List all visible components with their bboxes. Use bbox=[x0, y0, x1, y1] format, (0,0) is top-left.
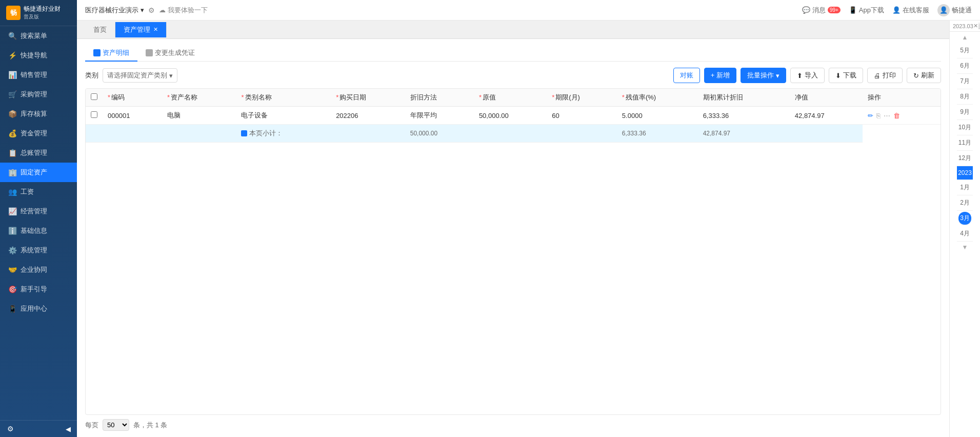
month-prev-7月[interactable]: 7月 bbox=[957, 74, 973, 89]
sidebar-bottom: ⚙ ◀ bbox=[0, 420, 77, 437]
sub-tabs: 资产明细 变更生成凭证 bbox=[85, 45, 941, 62]
sidebar-item-operations[interactable]: 📈 经营管理 bbox=[0, 202, 77, 221]
table-header-row: *编码 *资产名称 *类别名称 *购买日期 折旧方法 *原值 *期限(月) *残… bbox=[86, 89, 941, 107]
reconcile-btn[interactable]: 对账 bbox=[673, 68, 700, 83]
right-panel-expand-icon[interactable]: ⬜ bbox=[978, 23, 980, 29]
import-btn[interactable]: ⬆ 导入 bbox=[790, 68, 825, 83]
more-btn-0[interactable]: ⋯ bbox=[884, 112, 890, 120]
col-net-value: 净值 bbox=[790, 89, 863, 107]
refresh-icon: ↻ bbox=[913, 72, 919, 80]
sidebar-item-app-center[interactable]: 📱 应用中心 bbox=[0, 299, 77, 319]
row-dep-method-0: 年限平均 bbox=[405, 107, 474, 125]
month-prev-5月[interactable]: 5月 bbox=[957, 43, 973, 58]
refresh-btn[interactable]: ↻ 刷新 bbox=[907, 68, 941, 83]
topbar-right: 💬 消息 99+ 📱 App下载 👤 在线客服 👤 畅捷通 bbox=[802, 4, 972, 16]
sidebar-item-sales[interactable]: 📊 销售管理 bbox=[0, 65, 77, 85]
copy-btn-0[interactable]: ⎘ bbox=[876, 112, 881, 120]
sidebar-item-ledger[interactable]: 📋 总账管理 bbox=[0, 143, 77, 163]
row-code-0: 000001 bbox=[103, 107, 162, 125]
sidebar-item-finance[interactable]: 💰 资金管理 bbox=[0, 124, 77, 143]
sidebar-item-payroll[interactable]: 👥 工资 bbox=[0, 182, 77, 202]
row-accumulated-dep-0: 6,333.36 bbox=[698, 107, 790, 125]
col-name: *资产名称 bbox=[162, 89, 236, 107]
month-curr-1月[interactable]: 1月 bbox=[957, 180, 973, 195]
subtotal-icon bbox=[241, 130, 247, 136]
right-panel-up-arrow[interactable]: ▲ bbox=[960, 32, 970, 43]
month-prev-10月[interactable]: 10月 bbox=[957, 120, 973, 135]
sidebar-item-enterprise[interactable]: 🤝 企业协同 bbox=[0, 260, 77, 280]
row-residual-rate-0: 5.0000 bbox=[617, 107, 698, 125]
print-btn[interactable]: 🖨 打印 bbox=[867, 68, 903, 83]
right-panel-year: 2023.03 bbox=[953, 23, 973, 29]
app-download-btn[interactable]: 📱 App下载 bbox=[849, 6, 884, 15]
category-select[interactable]: 请选择固定资产类别 ▾ bbox=[103, 68, 177, 83]
sub-tab-voucher[interactable]: 变更生成凭证 bbox=[137, 45, 203, 62]
user-info[interactable]: 👤 畅捷通 bbox=[937, 4, 972, 16]
page: 首页 资产管理 ✕ 资产明细 变更生成凭证 bbox=[77, 21, 949, 437]
sidebar-label-fixed-assets: 固定资产 bbox=[21, 168, 47, 177]
right-panel: 2023.03 ✕ ⬜ ▲ 5月6月7月8月9月10月11月12月20231月2… bbox=[949, 21, 980, 437]
topbar-company[interactable]: 医疗器械行业演示 ▾ bbox=[85, 6, 144, 15]
sidebar-label-payroll: 工资 bbox=[21, 187, 34, 196]
sub-tab-asset-detail[interactable]: 资产明细 bbox=[85, 45, 137, 62]
tab-close-icon[interactable]: ✕ bbox=[153, 26, 158, 33]
new-btn[interactable]: + 新增 bbox=[704, 68, 736, 83]
month-curr-2月[interactable]: 2月 bbox=[957, 195, 973, 211]
sidebar-item-search[interactable]: 🔍 搜索菜单 bbox=[0, 26, 77, 46]
page-size-select[interactable]: 50 100 bbox=[103, 419, 129, 431]
sidebar-label-inventory: 库存核算 bbox=[21, 109, 47, 118]
batch-ops-btn[interactable]: 批量操作 ▾ bbox=[741, 68, 786, 83]
download-btn[interactable]: ⬇ 下载 bbox=[829, 68, 863, 83]
row-net-value-0: 42,874.97 bbox=[790, 107, 863, 125]
main-area: 医疗器械行业演示 ▾ ⚙ ☁ 我要体验一下 💬 消息 99+ 📱 App下载 👤… bbox=[77, 0, 980, 437]
tab-assets[interactable]: 资产管理 ✕ bbox=[115, 22, 167, 37]
subtotal-label: 本页小计： bbox=[249, 129, 283, 138]
select-all-checkbox[interactable] bbox=[91, 93, 97, 100]
sidebar-label-system: 系统管理 bbox=[21, 246, 47, 255]
collapse-icon[interactable]: ◀ bbox=[66, 425, 71, 433]
category-label: 类别 bbox=[85, 71, 98, 80]
subtotal-row: 本页小计： 50,000.00 6,333.36 42,874.97 bbox=[86, 125, 941, 143]
enterprise-icon: 🤝 bbox=[8, 266, 16, 274]
sidebar-item-inventory[interactable]: 📦 库存核算 bbox=[0, 104, 77, 124]
sidebar-item-fixed-assets[interactable]: 🏢 固定资产 bbox=[0, 163, 77, 182]
table-row: 000001 电脑 电子设备 202206 年限平均 50,000.00 60 … bbox=[86, 107, 941, 125]
category-filter: 类别 请选择固定资产类别 ▾ bbox=[85, 68, 177, 83]
month-curr-4月[interactable]: 4月 bbox=[957, 226, 973, 242]
month-curr-3月[interactable]: 3月 bbox=[958, 212, 971, 225]
sidebar-label-sales: 销售管理 bbox=[21, 70, 47, 80]
right-panel-months: 5月6月7月8月9月10月11月12月20231月2月3月4月 bbox=[957, 43, 973, 242]
topbar-experience[interactable]: ☁ 我要体验一下 bbox=[159, 6, 208, 15]
topbar-gear-icon[interactable]: ⚙ bbox=[148, 6, 155, 14]
year-2023-label[interactable]: 2023 bbox=[957, 166, 973, 180]
company-dropdown-icon[interactable]: ▾ bbox=[141, 6, 144, 14]
message-badge: 99+ bbox=[828, 7, 841, 13]
import-icon: ⬆ bbox=[797, 72, 803, 80]
sidebar-label-search: 搜索菜单 bbox=[21, 31, 47, 41]
tab-bar: 首页 资产管理 ✕ bbox=[77, 21, 949, 39]
month-prev-12月[interactable]: 12月 bbox=[957, 151, 973, 166]
logo-sub: 普及版 bbox=[24, 13, 61, 21]
sidebar-item-basic-info[interactable]: ℹ️ 基础信息 bbox=[0, 221, 77, 241]
edit-btn-0[interactable]: ✏ bbox=[868, 112, 873, 120]
message-btn[interactable]: 💬 消息 99+ bbox=[802, 6, 841, 15]
right-panel-close-icon[interactable]: ✕ bbox=[973, 23, 978, 29]
row-original-value-0: 50,000.00 bbox=[474, 107, 547, 125]
sidebar-logo: 畅 畅捷通好业财 普及版 bbox=[0, 0, 77, 26]
tab-home[interactable]: 首页 bbox=[85, 22, 115, 37]
sidebar-item-purchase[interactable]: 🛒 采购管理 bbox=[0, 85, 77, 104]
sidebar-item-system[interactable]: ⚙️ 系统管理 bbox=[0, 241, 77, 260]
voucher-icon bbox=[146, 49, 153, 56]
sidebar-item-guide[interactable]: 🎯 新手引导 bbox=[0, 280, 77, 299]
month-prev-6月[interactable]: 6月 bbox=[957, 58, 973, 74]
sidebar-item-quick-nav[interactable]: ⚡ 快捷导航 bbox=[0, 46, 77, 65]
month-prev-9月[interactable]: 9月 bbox=[957, 105, 973, 120]
month-prev-11月[interactable]: 11月 bbox=[957, 135, 973, 151]
right-panel-down-arrow[interactable]: ▼ bbox=[960, 242, 970, 253]
delete-btn-0[interactable]: 🗑 bbox=[893, 112, 900, 120]
settings-icon[interactable]: ⚙ bbox=[6, 425, 14, 433]
month-prev-8月[interactable]: 8月 bbox=[957, 89, 973, 105]
customer-service-btn[interactable]: 👤 在线客服 bbox=[892, 6, 929, 15]
app-center-icon: 📱 bbox=[8, 305, 16, 313]
row-select-0[interactable] bbox=[91, 111, 97, 118]
